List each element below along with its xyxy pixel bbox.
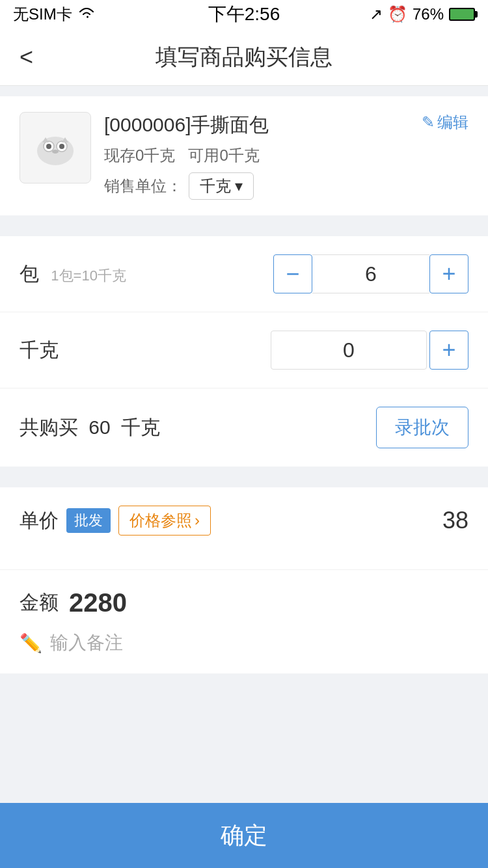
price-row: 单价 批发 价格参照 › 38 (20, 506, 468, 536)
total-amount: 60 (88, 416, 110, 438)
bao-sublabel: 1包=10千克 (51, 267, 126, 284)
price-value: 38 (442, 507, 468, 534)
svg-point-4 (59, 144, 64, 149)
quantity-bao-row: 包 1包=10千克 − + (0, 236, 488, 312)
svg-point-3 (46, 144, 51, 149)
price-label: 单价 (20, 508, 59, 534)
batch-button[interactable]: 录批次 (376, 407, 468, 448)
price-ref-arrow-icon: › (195, 511, 200, 530)
wifi-icon (77, 5, 96, 23)
price-tag: 批发 (66, 508, 111, 533)
pencil-icon: ✏️ (20, 632, 42, 654)
note-row[interactable]: ✏️ 输入备注 (20, 631, 468, 655)
battery-percent: 76% (413, 5, 444, 23)
bottom-spacer (0, 673, 488, 804)
confirm-bar[interactable]: 确定 (0, 803, 488, 868)
separator-1 (0, 215, 488, 226)
product-unit-row: 销售单位： 千克 ▾ (104, 172, 468, 200)
unit-selector[interactable]: 千克 ▾ (189, 172, 254, 200)
amount-value: 2280 (69, 588, 127, 617)
edit-button[interactable]: ✎ 编辑 (422, 112, 468, 133)
amount-label: 金额 (20, 590, 59, 616)
status-time: 下午2:56 (208, 2, 280, 27)
product-image (20, 112, 91, 183)
location-icon: ↗ (370, 5, 383, 23)
kg-quantity-input[interactable] (271, 331, 427, 370)
price-ref-button[interactable]: 价格参照 › (118, 506, 211, 536)
bao-label: 包 1包=10千克 (20, 261, 273, 288)
status-right: ↗ ⏰ 76% (370, 5, 475, 23)
status-left: 无SIM卡 (13, 4, 96, 25)
product-stock: 现存0千克 可用0千克 (104, 145, 468, 166)
dropdown-arrow-icon: ▾ (235, 177, 243, 195)
unit-label: 销售单位： (104, 176, 182, 197)
price-section: 单价 批发 价格参照 › 38 (0, 487, 488, 569)
bao-quantity-input[interactable] (312, 254, 429, 293)
price-ref-label: 价格参照 (129, 510, 192, 531)
quantity-kg-row: 千克 + (0, 312, 488, 388)
nav-bar: < 填写商品购买信息 (0, 29, 488, 86)
quantity-section: 包 1包=10千克 − + 千克 + (0, 236, 488, 388)
bao-plus-button[interactable]: + (429, 254, 468, 293)
amount-row: 金额 2280 (20, 588, 468, 617)
status-bar: 无SIM卡 下午2:56 ↗ ⏰ 76% (0, 0, 488, 29)
edit-label: 编辑 (437, 112, 468, 133)
kg-quantity-control: + (271, 331, 468, 370)
alarm-icon: ⏰ (388, 5, 407, 23)
separator-2 (0, 467, 488, 477)
kg-plus-button[interactable]: + (429, 331, 468, 370)
product-info: [0000006]手撕面包 ✎ 编辑 现存0千克 可用0千克 销售单位： 千克 … (104, 112, 468, 200)
bao-quantity-control: − + (273, 254, 468, 293)
edit-icon: ✎ (422, 113, 435, 131)
unit-value: 千克 (200, 176, 231, 197)
total-text: 共购买 60 千克 (20, 414, 160, 441)
note-label: 输入备注 (50, 631, 123, 655)
product-name: [0000006]手撕面包 (104, 112, 269, 139)
back-button[interactable]: < (20, 44, 33, 71)
battery-icon (449, 8, 475, 21)
carrier-label: 无SIM卡 (13, 4, 72, 25)
product-card: [0000006]手撕面包 ✎ 编辑 现存0千克 可用0千克 销售单位： 千克 … (0, 96, 488, 215)
bao-minus-button[interactable]: − (273, 254, 312, 293)
confirm-button-label: 确定 (221, 820, 267, 852)
total-row: 共购买 60 千克 录批次 (0, 388, 488, 467)
amount-section: 金额 2280 ✏️ 输入备注 (0, 569, 488, 673)
price-left: 单价 批发 价格参照 › (20, 506, 211, 536)
page-title: 填写商品购买信息 (156, 42, 332, 72)
svg-point-5 (52, 150, 59, 154)
kg-label: 千克 (20, 337, 271, 364)
